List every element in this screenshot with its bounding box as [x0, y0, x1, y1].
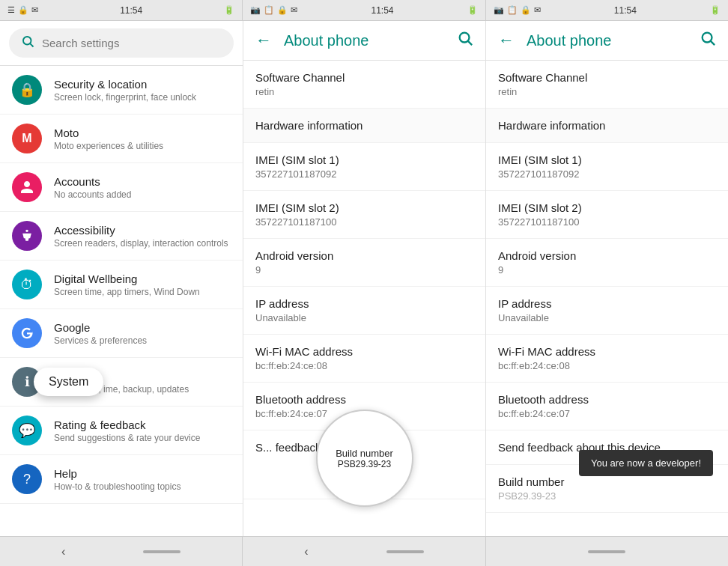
security-text: Security & location Screen lock, fingerp…	[54, 78, 231, 103]
digital-wellbeing-title: Digital Wellbeing	[54, 273, 231, 285]
about-item-imei1-right[interactable]: IMEI (SIM slot 1) 357227101187092	[486, 143, 728, 191]
settings-item-help[interactable]: ? Help How-to & troubleshooting topics	[0, 455, 243, 504]
clip-icon: 📋	[264, 5, 274, 15]
msg-icon-mid: ✉	[291, 5, 297, 15]
nav-bar: ‹ ‹	[0, 536, 728, 566]
google-title: Google	[54, 321, 231, 334]
search-input[interactable]	[42, 37, 222, 49]
svg-line-6	[711, 41, 715, 45]
about-list-mid: Software Channel retin Hardware informat…	[243, 61, 485, 536]
rating-text: Rating & feedback Send suggestions & rat…	[54, 419, 231, 443]
about-item-ip-mid[interactable]: IP address Unavailable	[243, 287, 485, 335]
cam-icon: 📷	[250, 5, 261, 15]
nav-section-mid: ‹	[243, 545, 485, 559]
about-item-imei1-mid[interactable]: IMEI (SIM slot 1) 357227101187092	[243, 143, 485, 191]
about-title-mid: About phone	[284, 32, 445, 49]
software-channel-subtitle-right: retin	[498, 86, 716, 97]
system-tooltip-bubble: System	[34, 368, 103, 396]
nav-section-right	[486, 550, 728, 553]
security-icon: 🔒	[12, 75, 42, 105]
battery-icon-mid: 🔋	[467, 5, 478, 15]
bt-value-right: bc:ff:eb:24:ce:07	[498, 408, 716, 419]
ip-title-right: IP address	[498, 297, 716, 310]
imei2-value-mid: 357227101187100	[255, 216, 473, 228]
about-item-wifi-right[interactable]: Wi-Fi MAC address bc:ff:eb:24:ce:08	[486, 335, 728, 383]
about-item-ip-right[interactable]: IP address Unavailable	[486, 287, 728, 335]
lock-icon-mid: 🔒	[277, 5, 288, 15]
google-text: Google Services & preferences	[54, 321, 231, 346]
lock-icon: 🔒	[18, 5, 28, 15]
clip-icon-r: 📋	[507, 5, 518, 15]
toast-message: You are now a developer!	[591, 457, 701, 469]
settings-panel: 🔒 Security & location Screen lock, finge…	[0, 21, 243, 536]
about-item-android-right[interactable]: Android version 9	[486, 239, 728, 287]
about-item-imei2-right[interactable]: IMEI (SIM slot 2) 357227101187100	[486, 191, 728, 239]
status-bar: ☰ 🔒 ✉ 11:54 🔋 📷 📋 🔒 ✉ 11:54 🔋 📷 📋 🔒 ✉ 11…	[0, 0, 728, 21]
msg-icon: ✉	[31, 5, 38, 15]
bt-title-right: Bluetooth address	[498, 393, 716, 406]
help-subtitle: How-to & troubleshooting topics	[54, 481, 231, 492]
moto-text: Moto Moto experiences & utilities	[54, 127, 231, 151]
settings-item-security[interactable]: 🔒 Security & location Screen lock, finge…	[0, 66, 243, 115]
digital-wellbeing-text: Digital Wellbeing Screen time, app timer…	[54, 273, 231, 297]
nav-back-mid[interactable]: ‹	[304, 545, 308, 559]
settings-item-accounts[interactable]: Accounts No accounts added	[0, 163, 243, 212]
cam-icon-r: 📷	[494, 5, 504, 15]
security-title: Security & location	[54, 78, 231, 91]
about-panel-mid: ← About phone Software Channel retin Har…	[243, 21, 486, 536]
ip-value-mid: Unavailable	[255, 312, 473, 323]
about-item-imei2-mid[interactable]: IMEI (SIM slot 2) 357227101187100	[243, 191, 485, 239]
about-item-software-channel-right[interactable]: Software Channel retin	[486, 61, 728, 109]
hardware-info-header-mid: Hardware information	[243, 109, 485, 143]
moto-subtitle: Moto experiences & utilities	[54, 141, 231, 151]
accessibility-subtitle: Screen readers, display, interaction con…	[54, 238, 231, 249]
android-title-right: Android version	[498, 249, 716, 262]
about-item-wifi-mid[interactable]: Wi-Fi MAC address bc:ff:eb:24:ce:08	[243, 335, 485, 383]
imei2-title-mid: IMEI (SIM slot 2)	[255, 201, 473, 214]
imei1-value-mid: 357227101187092	[255, 168, 473, 180]
software-channel-title-right: Software Channel	[498, 71, 716, 84]
settings-item-rating[interactable]: 💬 Rating & feedback Send suggestions & r…	[0, 407, 243, 455]
notif-icon: ☰	[7, 5, 15, 15]
about-item-bt-right[interactable]: Bluetooth address bc:ff:eb:24:ce:07	[486, 383, 728, 430]
battery-icon-right: 🔋	[710, 5, 721, 15]
build-title-right: Build number	[498, 475, 716, 488]
lock-icon-r: 🔒	[521, 5, 531, 15]
imei2-value-right: 357227101187100	[498, 216, 716, 228]
svg-line-1	[30, 43, 33, 46]
status-bar-left: ☰ 🔒 ✉ 11:54 🔋	[0, 5, 242, 16]
back-button-mid[interactable]: ←	[255, 31, 272, 50]
settings-item-accessibility[interactable]: Accessibility Screen readers, display, i…	[0, 212, 243, 261]
search-input-wrapper[interactable]	[9, 28, 234, 58]
settings-item-digital-wellbeing[interactable]: ⏱ Digital Wellbeing Screen time, app tim…	[0, 261, 243, 309]
moto-title: Moto	[54, 127, 231, 139]
settings-list: 🔒 Security & location Screen lock, finge…	[0, 66, 243, 536]
developer-toast: You are now a developer!	[579, 450, 713, 476]
software-channel-subtitle-mid: retin	[255, 86, 473, 97]
search-button-right[interactable]	[700, 30, 716, 51]
svg-point-0	[23, 37, 31, 45]
about-item-android-mid[interactable]: Android version 9	[243, 239, 485, 287]
moto-icon: M	[12, 124, 42, 153]
help-icon: ?	[12, 464, 42, 494]
status-icons-left: ☰ 🔒 ✉	[7, 5, 38, 15]
nav-back-left[interactable]: ‹	[61, 545, 65, 559]
rating-subtitle: Send suggestions & rate your device	[54, 433, 231, 443]
android-value-right: 9	[498, 264, 716, 276]
settings-item-google[interactable]: Google Services & preferences	[0, 309, 243, 358]
svg-line-4	[468, 41, 472, 45]
back-button-right[interactable]: ←	[498, 31, 515, 50]
google-subtitle: Services & preferences	[54, 335, 231, 346]
settings-item-system[interactable]: ℹ System Languages, ime, backup, updates…	[0, 358, 243, 407]
nav-pill-mid	[386, 550, 424, 553]
search-button-mid[interactable]	[457, 30, 473, 51]
system-tooltip-label: System	[49, 375, 88, 388]
about-header-mid: ← About phone	[243, 21, 485, 61]
nav-section-left: ‹	[0, 545, 242, 559]
search-bar	[0, 21, 243, 66]
about-item-software-channel-mid[interactable]: Software Channel retin	[243, 61, 485, 109]
build-number-wrapper: S... feedback about this device Build nu…	[243, 430, 485, 499]
rating-icon: 💬	[12, 416, 42, 445]
settings-item-moto[interactable]: M Moto Moto experiences & utilities	[0, 115, 243, 163]
wifi-value-right: bc:ff:eb:24:ce:08	[498, 360, 716, 371]
